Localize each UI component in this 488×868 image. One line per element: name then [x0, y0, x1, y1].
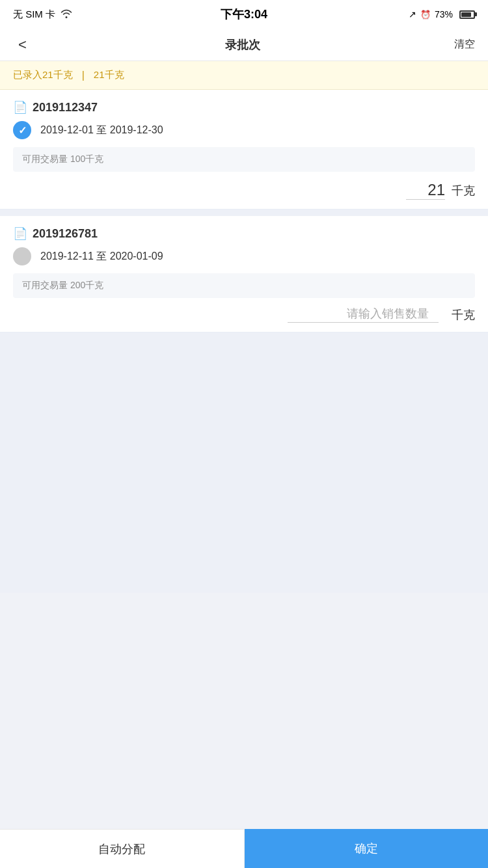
- empty-area: [0, 332, 488, 593]
- batch-number-1: 2019112347: [33, 101, 98, 115]
- recorded-label: 已录入21千克: [13, 69, 73, 81]
- input-wrapper-2: [13, 307, 439, 323]
- batch-card-1: 📄 2019112347 ✓ 2019-12-01 至 2019-12-30 可…: [0, 90, 488, 172]
- status-bar: 无 SIM 卡 下午3:04 ↗ ⏰ 73%: [0, 0, 488, 29]
- batch-icon-1: 📄: [13, 100, 27, 115]
- input-row-2: 千克: [0, 298, 488, 332]
- wifi-icon: [61, 9, 72, 20]
- check-circle-2[interactable]: [13, 247, 31, 265]
- batch-availability-1: 可用交易量 100千克: [13, 147, 475, 172]
- batch-row-1[interactable]: ✓ 2019-12-01 至 2019-12-30: [13, 121, 475, 139]
- back-button[interactable]: <: [13, 31, 32, 59]
- battery-icon: [459, 10, 475, 19]
- alarm-icon: ⏰: [420, 10, 431, 20]
- bottom-buttons: 自动分配 确定: [0, 829, 488, 868]
- status-left: 无 SIM 卡: [13, 8, 72, 21]
- batch-availability-2: 可用交易量 200千克: [13, 273, 475, 298]
- quantity-value-1: 21: [406, 181, 445, 200]
- batch-date-1: 2019-12-01 至 2019-12-30: [40, 124, 163, 137]
- section-separator: [0, 210, 488, 216]
- page-title: 录批次: [225, 37, 260, 53]
- confirm-button[interactable]: 确定: [245, 829, 489, 868]
- sim-text: 无 SIM 卡: [13, 8, 55, 21]
- auto-distribute-button[interactable]: 自动分配: [0, 829, 245, 868]
- batch-header-2: 📄 2019126781: [13, 226, 475, 241]
- batch-icon-2: 📄: [13, 226, 27, 241]
- checkmark-1: ✓: [18, 124, 27, 137]
- quantity-unit-1: 千克: [452, 183, 475, 198]
- nav-bar: < 录批次 清空: [0, 29, 488, 61]
- batch-header-1: 📄 2019112347: [13, 100, 475, 115]
- banner-divider: |: [82, 70, 85, 81]
- batch-card-2: 📄 2019126781 2019-12-11 至 2020-01-09 可用交…: [0, 216, 488, 298]
- total-label: 21千克: [94, 69, 124, 81]
- status-time: 下午3:04: [221, 7, 267, 22]
- clear-button[interactable]: 清空: [454, 38, 475, 51]
- check-circle-1[interactable]: ✓: [13, 121, 31, 139]
- batch-row-2[interactable]: 2019-12-11 至 2020-01-09: [13, 247, 475, 265]
- input-unit-2: 千克: [452, 307, 475, 323]
- quantity-input-2[interactable]: [288, 307, 439, 323]
- location-icon: ↗: [409, 9, 416, 20]
- quantity-row-1: 21 千克: [0, 172, 488, 210]
- info-banner: 已录入21千克 | 21千克: [0, 61, 488, 90]
- batch-number-2: 2019126781: [33, 227, 98, 241]
- status-right: ↗ ⏰ 73%: [409, 9, 475, 20]
- battery-percent: 73%: [435, 9, 453, 20]
- batch-date-2: 2019-12-11 至 2020-01-09: [40, 250, 163, 264]
